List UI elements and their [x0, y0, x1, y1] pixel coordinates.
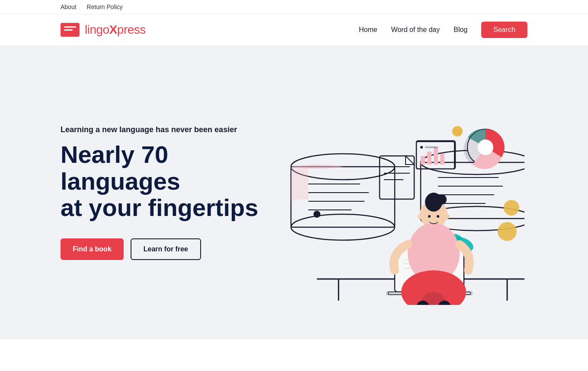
- svg-point-65: [418, 214, 423, 219]
- hero-section: Learning a new language has never been e…: [0, 46, 588, 339]
- find-book-button[interactable]: Find a book: [61, 238, 124, 260]
- svg-rect-27: [427, 152, 431, 165]
- svg-point-34: [478, 140, 493, 155]
- svg-point-31: [420, 146, 423, 149]
- svg-point-53: [436, 194, 447, 205]
- svg-point-64: [437, 215, 439, 218]
- svg-point-35: [452, 126, 463, 136]
- svg-rect-32: [425, 146, 438, 148]
- svg-rect-3: [64, 29, 73, 31]
- nav-word-of-day[interactable]: Word of the day: [391, 26, 440, 34]
- hero-buttons: Find a book Learn for free: [61, 238, 271, 260]
- hero-title: Nearly 70 languages at your fingertips: [61, 141, 271, 221]
- top-bar: About Return Policy: [0, 0, 588, 14]
- svg-rect-2: [64, 26, 76, 28]
- hero-content: Learning a new language has never been e…: [61, 125, 271, 260]
- svg-point-19: [504, 200, 519, 216]
- svg-rect-26: [421, 156, 425, 165]
- svg-point-11: [313, 211, 320, 218]
- search-button[interactable]: Search: [481, 22, 527, 38]
- return-policy-link[interactable]: Return Policy: [87, 3, 123, 10]
- svg-point-20: [498, 222, 517, 241]
- nav-blog[interactable]: Blog: [454, 26, 467, 34]
- svg-point-63: [428, 215, 431, 218]
- hero-illustration: [271, 80, 527, 305]
- logo-icon: [61, 21, 81, 38]
- svg-rect-29: [440, 154, 444, 165]
- site-header: lingoXpress Home Word of the day Blog Se…: [0, 14, 588, 46]
- logo-text: lingoXpress: [85, 23, 146, 37]
- hero-subtitle: Learning a new language has never been e…: [61, 125, 271, 134]
- main-nav: Home Word of the day Blog Search: [359, 22, 527, 38]
- hero-svg: [274, 80, 524, 305]
- hero-title-line1: Nearly 70 languages: [61, 141, 180, 195]
- learn-free-button[interactable]: Learn for free: [131, 238, 201, 260]
- nav-home[interactable]: Home: [359, 26, 377, 34]
- svg-point-66: [444, 214, 450, 219]
- hero-title-line2: at your fingertips: [61, 194, 258, 221]
- svg-rect-28: [434, 147, 438, 165]
- logo[interactable]: lingoXpress: [61, 21, 146, 38]
- about-link[interactable]: About: [61, 3, 77, 10]
